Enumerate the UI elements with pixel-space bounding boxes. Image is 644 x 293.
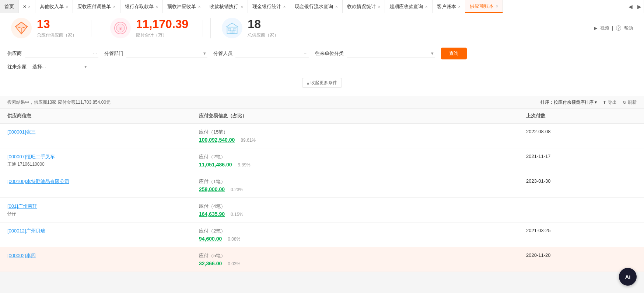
supplier-link[interactable]: [000100]本特勤油品有限公司: [7, 178, 199, 185]
filter-balance: 往来余额 选择... ▾: [7, 62, 88, 71]
category-select-wrapper[interactable]: ▾: [347, 49, 435, 58]
col-header-lastpay: 上次付数: [526, 113, 637, 119]
table-row: [000002]李四 应付（5笔） 32,366.00 0.03% 2020-1…: [0, 247, 644, 272]
svg-rect-9: [228, 28, 231, 31]
stat-total-payable-suppliers: 13 总应付供应商（家）: [7, 18, 91, 38]
close-icon[interactable]: ×: [425, 4, 427, 9]
store-icon: [222, 18, 242, 38]
tx-amount[interactable]: 32,366.00: [199, 261, 222, 266]
tx-label: 应付（15笔）: [199, 129, 526, 135]
filter-row-1: 供应商 ··· 分管部门 ▾ 分管人员 ···: [7, 48, 637, 59]
tx-amount[interactable]: 258,000.00: [199, 186, 225, 192]
supplier-link[interactable]: [001]广州荣轩: [7, 203, 199, 210]
nav-cash-bank-flow[interactable]: 现金银行流水查询 ×: [290, 0, 342, 13]
query-button[interactable]: 查询: [441, 48, 467, 59]
tx-amount[interactable]: 11,051,486.00: [199, 162, 232, 168]
stat-label-total-suppliers: 总供应商（家）: [248, 32, 279, 38]
person-input-container[interactable]: ···: [235, 49, 309, 58]
nav-customer-ledger[interactable]: 客户账本 ×: [433, 0, 465, 13]
sort-chevron-icon: ▾: [595, 100, 597, 105]
tx-row: 164,635.90 0.15%: [199, 210, 526, 217]
collapse-button[interactable]: ▴ 收起更多条件: [302, 78, 342, 88]
filter-dept: 分管部门 ▾: [104, 49, 207, 58]
close-icon[interactable]: ×: [283, 4, 286, 9]
close-icon[interactable]: ×: [156, 4, 158, 9]
close-icon[interactable]: ×: [458, 4, 461, 9]
supplier-input[interactable]: [25, 49, 91, 58]
tx-label: 应付（5笔）: [199, 252, 526, 259]
tx-row: 258,000.00 0.23%: [199, 185, 526, 192]
dept-select[interactable]: [129, 51, 204, 56]
supplier-link[interactable]: [000012]广州贝瑞: [7, 228, 199, 234]
nav-cash-bank-stats[interactable]: 现金银行统计 ×: [248, 0, 290, 13]
close-icon[interactable]: ×: [496, 4, 498, 8]
supplier-link[interactable]: [000001]张三: [7, 129, 199, 135]
last-pay-date: 2022-08-08: [526, 129, 551, 134]
tx-info-cell: 应付（2笔） 94,600.00 0.08%: [199, 228, 526, 242]
tx-amount[interactable]: 164,635.90: [199, 211, 225, 217]
close-icon[interactable]: ×: [378, 4, 380, 9]
svg-marker-2: [15, 27, 21, 34]
tx-label: 应付（2笔）: [199, 154, 526, 160]
nav-collection-verify[interactable]: 收款核销执行 ×: [205, 0, 248, 13]
close-icon[interactable]: ×: [28, 4, 30, 9]
stats-bar: 13 总应付供应商（家） ¥ 11,170.39 应付合计（万）: [0, 13, 644, 43]
person-dots-icon[interactable]: ···: [302, 51, 309, 56]
nav-home[interactable]: 首页: [0, 0, 19, 13]
tx-info-cell: 应付（4笔） 164,635.90 0.15%: [199, 203, 526, 217]
nav-supplier-ledger[interactable]: 供应商账本 ×: [465, 0, 503, 13]
nav-overdue-ar[interactable]: 超期应收款查询 ×: [385, 0, 432, 13]
supplier-input-container[interactable]: ···: [25, 49, 98, 58]
nav-ar-ap-adjust[interactable]: 应收应付调整单 ×: [73, 0, 120, 13]
stat-number-payable-total: 11,170.39: [136, 18, 188, 31]
export-button[interactable]: ⬆ 导出: [603, 99, 617, 106]
filter-category: 往来单位分类 ▾: [315, 49, 435, 58]
balance-select[interactable]: 选择...: [32, 64, 85, 69]
nav-tab-3[interactable]: 3 ×: [19, 0, 35, 13]
balance-filter-label: 往来余额: [7, 63, 27, 70]
stat-label-payable-total: 应付合计（万）: [136, 32, 188, 38]
nav-arrow-left[interactable]: ◀: [626, 0, 635, 13]
tx-percent: 0.03%: [228, 261, 240, 266]
table-row: [001]广州荣轩 仔仔 应付（4笔） 164,635.90 0.15%: [0, 198, 644, 223]
close-icon[interactable]: ×: [335, 4, 337, 9]
nav-arrow-container: ◀ ▶: [626, 0, 644, 13]
tx-row: 11,051,486.00 9.89%: [199, 160, 526, 168]
top-right-links: ▶ 视频 | ? 帮助: [594, 18, 637, 38]
tx-amount[interactable]: 100,092,540.00: [199, 137, 235, 143]
refresh-button[interactable]: ↻ 刷新: [623, 99, 637, 106]
stat-number-payable-suppliers: 13: [37, 18, 77, 31]
svg-rect-10: [234, 28, 236, 31]
nav-other-income[interactable]: 其他收入单 ×: [35, 0, 73, 13]
dept-filter-label: 分管部门: [104, 50, 123, 57]
nav-arrow-right[interactable]: ▶: [635, 0, 644, 13]
category-select[interactable]: [350, 51, 432, 56]
supplier-link[interactable]: [000002]李四: [7, 252, 199, 259]
help-link[interactable]: 帮助: [624, 25, 633, 31]
close-icon[interactable]: ×: [66, 4, 68, 9]
dept-select-wrapper[interactable]: ▾: [126, 49, 207, 58]
person-input[interactable]: [235, 49, 302, 58]
tx-amount[interactable]: 94,600.00: [199, 236, 222, 242]
filter-row-2: 往来余额 选择... ▾: [7, 62, 637, 71]
supplier-info-cell: [000001]张三: [7, 129, 199, 135]
nav-bank-deposit[interactable]: 银行存取款单 ×: [120, 0, 163, 13]
nav-collection-stats[interactable]: 收款情况统计 ×: [343, 0, 385, 13]
video-link[interactable]: 视频: [600, 25, 609, 31]
filter-area: 供应商 ··· 分管部门 ▾ 分管人员 ···: [0, 43, 644, 96]
last-pay-date: 2021-03-25: [526, 228, 551, 233]
filter-supplier: 供应商 ···: [7, 49, 98, 58]
balance-select-wrapper[interactable]: 选择... ▾: [29, 62, 88, 71]
stat-content-1: 13 总应付供应商（家）: [37, 18, 77, 38]
close-icon[interactable]: ×: [198, 4, 200, 9]
close-icon[interactable]: ×: [113, 4, 115, 9]
nav-advance-collection[interactable]: 预收冲应收单 ×: [163, 0, 205, 13]
supplier-link[interactable]: [000007]恒旺二手叉车: [7, 154, 199, 160]
supplier-dots-icon[interactable]: ···: [91, 51, 98, 56]
close-icon[interactable]: ×: [241, 4, 243, 9]
table-header: 供应商信息 应付交易信息（占比） 上次付数: [0, 109, 644, 124]
table-row: [000007]恒旺二手叉车 王通 17106110000 应付（2笔） 11,…: [0, 148, 644, 173]
collapse-area: ▴ 收起更多条件: [7, 74, 637, 92]
help-icon: ?: [616, 25, 621, 31]
export-icon: ⬆: [603, 100, 606, 105]
